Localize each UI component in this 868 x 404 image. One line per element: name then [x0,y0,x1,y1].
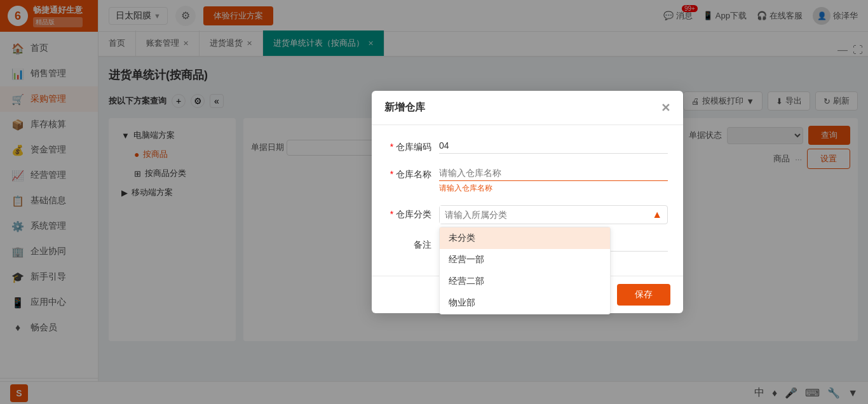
warehouse-code-label: 仓库编码 [387,138,431,153]
warehouse-name-row: 仓库名称 请输入仓库名称 [387,165,668,194]
category-input-wrap: ▲ [439,205,668,224]
dialog-add-warehouse: 新增仓库 ✕ 仓库编码 仓库名称 请输入仓库名称 仓库分类 ▲ [372,91,683,313]
warehouse-name-field: 请输入仓库名称 [439,165,668,194]
warehouse-code-field [439,138,668,154]
warehouse-name-error: 请输入仓库名称 [439,183,668,194]
warehouse-category-row: 仓库分类 ▲ 未分类 经营一部 经营二部 物业部 [387,205,668,224]
category-dropdown: 未分类 经营一部 经营二部 物业部 [439,227,611,314]
warehouse-code-row: 仓库编码 [387,138,668,154]
dropdown-item-property[interactable]: 物业部 [440,292,610,314]
dropdown-item-dept1[interactable]: 经营一部 [440,249,610,271]
dialog-header: 新增仓库 ✕ [372,91,683,125]
dialog-body: 仓库编码 仓库名称 请输入仓库名称 仓库分类 ▲ 未分类 [372,125,683,276]
category-input[interactable] [440,206,647,224]
warehouse-category-field: ▲ 未分类 经营一部 经营二部 物业部 [439,205,668,224]
note-label: 备注 [387,236,431,251]
warehouse-name-input[interactable] [439,165,668,181]
warehouse-category-label: 仓库分类 [387,205,431,220]
dialog-close-icon[interactable]: ✕ [661,102,670,114]
dialog-title: 新增仓库 [384,101,425,114]
dropdown-item-uncategorized[interactable]: 未分类 [440,227,610,249]
warehouse-name-label: 仓库名称 [387,165,431,180]
warehouse-code-input[interactable] [439,138,668,154]
dropdown-item-dept2[interactable]: 经营二部 [440,271,610,292]
save-btn[interactable]: 保存 [617,284,670,306]
category-toggle-icon[interactable]: ▲ [647,209,667,220]
